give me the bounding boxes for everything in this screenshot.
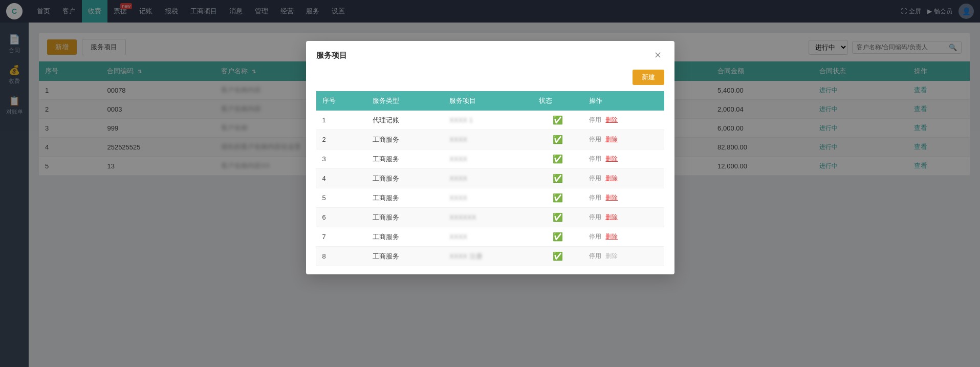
action-group: 停用 删除 xyxy=(589,155,658,163)
status-check-icon: ✅ xyxy=(539,115,577,125)
modal-table-row: 3 工商服务 XXXX ✅ 停用 删除 xyxy=(316,149,664,169)
modal-cell-status: ✅ xyxy=(533,111,583,130)
modal-cell-seq: 6 xyxy=(316,208,367,227)
action-group: 停用 删除 xyxy=(589,252,658,261)
modal-cell-seq: 5 xyxy=(316,188,367,208)
modal-body: 序号 服务类型 服务项目 状态 操作 1 代理记账 XXXX 1 ✅ xyxy=(306,91,674,274)
modal-cell-seq: 1 xyxy=(316,111,367,130)
modal-cell-item: XXXX xyxy=(443,149,532,169)
status-check-icon: ✅ xyxy=(539,212,577,222)
delete-button[interactable]: 删除 xyxy=(605,213,618,222)
delete-button[interactable]: 删除 xyxy=(605,155,618,163)
modal-cell-action: 停用 删除 xyxy=(583,169,664,188)
status-check-icon: ✅ xyxy=(539,135,577,144)
modal-cell-status: ✅ xyxy=(533,188,583,208)
modal-cell-seq: 3 xyxy=(316,149,367,169)
stop-button[interactable]: 停用 xyxy=(589,116,601,124)
modal-col-item: 服务项目 xyxy=(443,91,532,111)
modal-cell-action: 停用 删除 xyxy=(583,111,664,130)
stop-button[interactable]: 停用 xyxy=(589,174,601,183)
delete-button[interactable]: 删除 xyxy=(605,116,618,124)
action-group: 停用 删除 xyxy=(589,232,658,241)
modal-title: 服务项目 xyxy=(316,51,347,60)
modal-cell-type: 工商服务 xyxy=(366,208,443,227)
action-group: 停用 删除 xyxy=(589,174,658,183)
modal-cell-item: XXXX xyxy=(443,227,532,247)
modal-cell-status: ✅ xyxy=(533,130,583,149)
modal-table: 序号 服务类型 服务项目 状态 操作 1 代理记账 XXXX 1 ✅ xyxy=(316,91,664,266)
modal-col-action: 操作 xyxy=(583,91,664,111)
modal-cell-item: XXXX xyxy=(443,130,532,149)
modal-cell-status: ✅ xyxy=(533,247,583,266)
action-group: 停用 删除 xyxy=(589,135,658,144)
modal-table-row: 8 工商服务 XXXX 注册 ✅ 停用 删除 xyxy=(316,247,664,266)
modal-cell-seq: 4 xyxy=(316,169,367,188)
status-check-icon: ✅ xyxy=(539,251,577,261)
modal-cell-item: XXXX 注册 xyxy=(443,247,532,266)
modal-table-row: 5 工商服务 XXXX ✅ 停用 删除 xyxy=(316,188,664,208)
action-group: 停用 删除 xyxy=(589,116,658,124)
modal-cell-status: ✅ xyxy=(533,208,583,227)
stop-button[interactable]: 停用 xyxy=(589,252,601,261)
service-items-modal: 服务项目 ✕ 新建 序号 服务类型 服务项目 状态 操作 xyxy=(306,41,674,274)
status-check-icon: ✅ xyxy=(539,193,577,203)
modal-col-type: 服务类型 xyxy=(366,91,443,111)
modal-table-row: 6 工商服务 XXXXXX ✅ 停用 删除 xyxy=(316,208,664,227)
modal-table-row: 4 工商服务 XXXX ✅ 停用 删除 xyxy=(316,169,664,188)
modal-cell-action: 停用 删除 xyxy=(583,188,664,208)
delete-button[interactable]: 删除 xyxy=(605,232,618,241)
modal-cell-status: ✅ xyxy=(533,169,583,188)
modal-cell-item: XXXX xyxy=(443,169,532,188)
modal-close-button[interactable]: ✕ xyxy=(652,49,664,61)
modal-cell-type: 工商服务 xyxy=(366,169,443,188)
modal-cell-seq: 8 xyxy=(316,247,367,266)
modal-cell-type: 代理记账 xyxy=(366,111,443,130)
delete-button[interactable]: 删除 xyxy=(605,193,618,202)
modal-cell-type: 工商服务 xyxy=(366,149,443,169)
stop-button[interactable]: 停用 xyxy=(589,213,601,222)
modal-cell-type: 工商服务 xyxy=(366,247,443,266)
delete-button[interactable]: 删除 xyxy=(605,135,618,144)
stop-button[interactable]: 停用 xyxy=(589,155,601,163)
overlay: 服务项目 ✕ 新建 序号 服务类型 服务项目 状态 操作 xyxy=(0,0,980,367)
delete-button[interactable]: 删除 xyxy=(605,252,618,261)
stop-button[interactable]: 停用 xyxy=(589,135,601,144)
modal-cell-item: XXXXXX xyxy=(443,208,532,227)
action-group: 停用 删除 xyxy=(589,213,658,222)
modal-cell-seq: 7 xyxy=(316,227,367,247)
modal-cell-action: 停用 删除 xyxy=(583,149,664,169)
modal-col-seq: 序号 xyxy=(316,91,367,111)
modal-col-status: 状态 xyxy=(533,91,583,111)
modal-cell-seq: 2 xyxy=(316,130,367,149)
delete-button[interactable]: 删除 xyxy=(605,174,618,183)
modal-toolbar: 新建 xyxy=(306,66,674,91)
modal-table-row: 1 代理记账 XXXX 1 ✅ 停用 删除 xyxy=(316,111,664,130)
status-check-icon: ✅ xyxy=(539,232,577,242)
modal-cell-type: 工商服务 xyxy=(366,227,443,247)
new-service-button[interactable]: 新建 xyxy=(633,70,664,85)
modal-cell-item: XXXX xyxy=(443,188,532,208)
modal-cell-action: 停用 删除 xyxy=(583,130,664,149)
modal-table-row: 7 工商服务 XXXX ✅ 停用 删除 xyxy=(316,227,664,247)
modal-table-row: 2 工商服务 XXXX ✅ 停用 删除 xyxy=(316,130,664,149)
modal-cell-status: ✅ xyxy=(533,149,583,169)
modal-cell-action: 停用 删除 xyxy=(583,208,664,227)
modal-header: 服务项目 ✕ xyxy=(306,41,674,66)
stop-button[interactable]: 停用 xyxy=(589,232,601,241)
status-check-icon: ✅ xyxy=(539,154,577,164)
modal-cell-status: ✅ xyxy=(533,227,583,247)
status-check-icon: ✅ xyxy=(539,174,577,183)
modal-cell-type: 工商服务 xyxy=(366,188,443,208)
modal-cell-action: 停用 删除 xyxy=(583,227,664,247)
action-group: 停用 删除 xyxy=(589,193,658,202)
stop-button[interactable]: 停用 xyxy=(589,193,601,202)
modal-cell-action: 停用 删除 xyxy=(583,247,664,266)
modal-cell-type: 工商服务 xyxy=(366,130,443,149)
modal-cell-item: XXXX 1 xyxy=(443,111,532,130)
